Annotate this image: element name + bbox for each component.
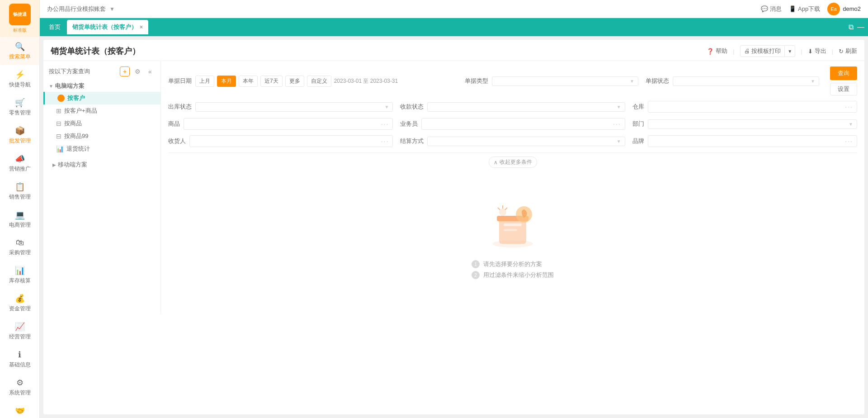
sidebar-item-system[interactable]: ⚙ 系统管理 [0, 373, 39, 401]
filter-row-2: 出库状态 ▼ 收款状态 ▼ [168, 101, 857, 113]
status-label: 单据状态 [646, 77, 669, 85]
finance-icon: 💰 [15, 294, 25, 304]
filter-department: 部门 ▼ [632, 119, 857, 129]
sidebar-item-wholesale[interactable]: 📦 批发管理 [0, 121, 39, 149]
sidebar-item-label: 电商管理 [9, 221, 31, 229]
scheme-collapse-button[interactable]: « [145, 66, 155, 76]
filter-payment-status: 收款状态 ▼ [400, 102, 625, 112]
payment-status-select[interactable]: ▼ [427, 102, 625, 112]
refresh-button[interactable]: ↻ 刷新 [839, 47, 857, 55]
sidebar-item-basic-info[interactable]: ℹ 基础信息 [0, 345, 39, 373]
warehouse-input[interactable]: ··· [648, 101, 857, 113]
sidebar-item-purchase[interactable]: 🛍 采购管理 [0, 233, 39, 261]
scheme-settings-button[interactable]: ⚙ [132, 66, 142, 76]
sidebar-item-marketing[interactable]: 📣 营销推广 [0, 149, 39, 177]
export-button[interactable]: ⬇ 导出 [808, 47, 826, 55]
tab-restore-button[interactable]: ⧉ [849, 24, 854, 31]
help-button[interactable]: ❓ 帮助 [707, 47, 727, 55]
tab-home[interactable]: 首页 [43, 20, 66, 34]
sidebar-item-ecommerce[interactable]: 💻 电商管理 [0, 205, 39, 233]
sidebar-item-management[interactable]: 📈 经营管理 [0, 317, 39, 345]
scheme-item-by-goods99[interactable]: ⊟ 按商品99 [43, 130, 160, 142]
brand-dots-icon: ··· [845, 138, 853, 145]
scheme-mobile-group: ▶ 移动端方案 [43, 157, 160, 172]
basic-info-icon: ℹ [18, 350, 21, 360]
filter-date: 单据日期 上月 本月 本年 近7天 更多 自定义 2023-03-01 至 20… [168, 76, 458, 87]
goods-label: 商品 [168, 120, 180, 128]
system-dropdown[interactable]: ▼ [109, 6, 115, 12]
collapse-button[interactable]: ∧ 收起更多条件 [489, 157, 537, 168]
print-button[interactable]: 🖨 按模板打印 ▼ [740, 45, 796, 57]
tab-bar: 首页 销货单统计表（按客户） × ⧉ — [40, 18, 868, 36]
filter-brand: 品牌 ··· [632, 135, 857, 147]
scheme-add-button[interactable]: + [120, 66, 130, 76]
salesman-input[interactable]: ··· [421, 118, 625, 130]
status-select[interactable]: ▼ [673, 76, 819, 86]
message-label: 消息 [770, 5, 782, 13]
logo-area: 畅捷通 标准版 [0, 0, 39, 37]
bar-chart-icon: 📊 [56, 145, 64, 152]
sidebar-item-finance[interactable]: 💰 资金管理 [0, 289, 39, 317]
sidebar: 畅捷通 标准版 🔍 搜索菜单 ⚡ 快捷导航 🛒 零售管理 📦 批发管理 📣 营销… [0, 0, 40, 418]
tip-number-1: 1 [472, 260, 480, 268]
message-button[interactable]: 💬 消息 [761, 5, 782, 13]
date-btn-7days[interactable]: 近7天 [260, 76, 283, 87]
date-btn-this-month[interactable]: 本月 [217, 76, 236, 87]
query-button[interactable]: 查询 [830, 66, 857, 80]
top-header: 办公用品行业模拟账套 ▼ 💬 消息 📱 App下载 Ea demo2 [40, 0, 868, 18]
date-btn-this-year[interactable]: 本年 [239, 76, 258, 87]
warehouse-dots-icon: ··· [845, 103, 853, 110]
tab-minimize-button[interactable]: — [857, 24, 864, 31]
tip-number-2: 2 [472, 271, 480, 279]
goods-input[interactable]: ··· [184, 118, 393, 130]
scheme-mobile-header[interactable]: ▶ 移动端方案 [43, 159, 160, 171]
department-select[interactable]: ▼ [648, 119, 857, 129]
chevron-right-icon: ▶ [52, 162, 56, 167]
scheme-item-by-customer[interactable]: 按客户 [43, 92, 160, 104]
brand-input[interactable]: ··· [648, 135, 857, 147]
scheme-item-customer-goods[interactable]: ⊞ 按客户+商品 [43, 104, 160, 117]
print-dropdown-icon[interactable]: ▼ [785, 48, 795, 55]
scheme-desktop-title: 电脑端方案 [55, 82, 85, 90]
empty-svg [486, 199, 540, 253]
username-label: demo2 [843, 5, 861, 12]
header-right: 💬 消息 📱 App下载 Ea demo2 [761, 3, 861, 15]
scheme-desktop-header[interactable]: ▼ 电脑端方案 [43, 80, 160, 92]
receiver-input[interactable]: ··· [189, 135, 393, 147]
printer-icon: 🖨 [744, 48, 750, 54]
sidebar-item-retail[interactable]: 🛒 零售管理 [0, 93, 39, 121]
date-btn-more[interactable]: 更多 [285, 76, 304, 87]
tab-close-button[interactable]: × [140, 24, 143, 30]
ship-dropdown-icon: ▼ [384, 104, 389, 109]
sidebar-item-label: 批发管理 [9, 137, 31, 145]
app-download-button[interactable]: 📱 App下载 [789, 5, 820, 13]
svg-line-8 [505, 208, 507, 210]
sidebar-item-inventory[interactable]: 📊 库存核算 [0, 261, 39, 289]
scheme-header-title: 按以下方案查询 [49, 67, 90, 76]
type-select[interactable]: ▼ [492, 76, 638, 86]
date-btn-custom[interactable]: 自定义 [307, 76, 331, 87]
header-left: 办公用品行业模拟账套 ▼ [47, 5, 115, 13]
sidebar-item-label: 资金管理 [9, 305, 31, 313]
scheme-item-return-stats[interactable]: 📊 退货统计 [43, 142, 160, 155]
scheme-panel: 按以下方案查询 + ⚙ « ▼ 电脑端方案 [43, 61, 161, 314]
date-btn-last-month[interactable]: 上月 [195, 76, 214, 87]
settings-button[interactable]: 设置 [830, 83, 857, 95]
user-profile[interactable]: Ea demo2 [827, 3, 861, 15]
ship-select[interactable]: ▼ [195, 102, 393, 112]
receiver-label: 收货人 [168, 137, 186, 145]
filter-warehouse: 仓库 ··· [632, 101, 857, 113]
page-header: 销货单统计表（按客户） ❓ 帮助 | 🖨 按模板打印 ▼ | [43, 40, 864, 61]
sidebar-item-search[interactable]: 🔍 搜索菜单 [0, 37, 39, 65]
type-dropdown-icon: ▼ [630, 79, 634, 84]
empty-tip-1: 1 请先选择要分析的方案 [472, 260, 554, 268]
sidebar-item-quick-nav[interactable]: ⚡ 快捷导航 [0, 65, 39, 93]
sidebar-item-sales[interactable]: 📋 销售管理 [0, 177, 39, 205]
scheme-item-by-goods[interactable]: ⊟ 按商品 [43, 117, 160, 130]
payment-method-select[interactable]: ▼ [427, 137, 625, 146]
system-icon: ⚙ [16, 378, 24, 388]
sidebar-item-label: 销售管理 [9, 193, 31, 201]
tab-sales-statistics[interactable]: 销货单统计表（按客户） × [67, 20, 148, 34]
sidebar-item-enterprise[interactable]: 🤝 企业协同 [0, 401, 39, 418]
payment-method-label: 结算方式 [400, 137, 424, 145]
